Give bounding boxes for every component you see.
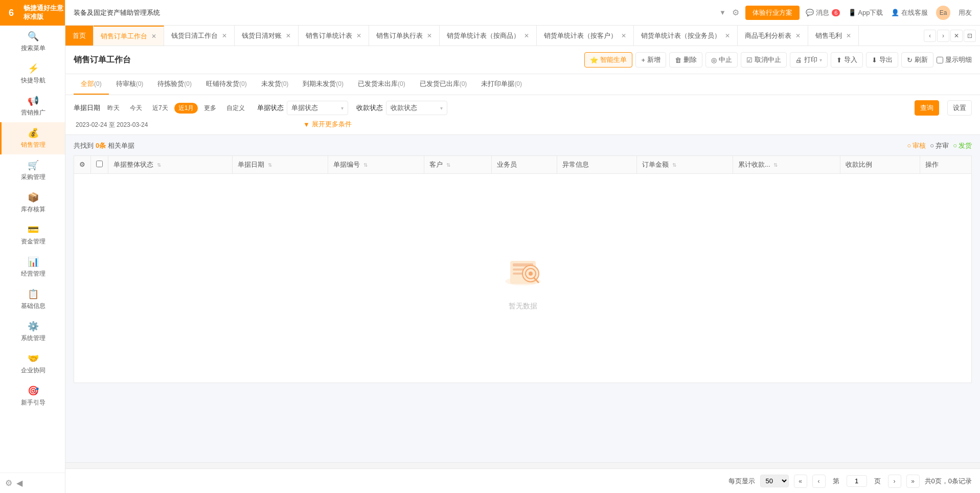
- filter-tab-pending_check[interactable]: 待拣验货(0): [150, 74, 199, 95]
- stop-btn[interactable]: ◎ 中止: [705, 52, 738, 68]
- date-opt-近1月[interactable]: 近1月: [174, 103, 198, 114]
- tab-close-all-btn[interactable]: ✕: [950, 30, 963, 42]
- count-zero: (0): [239, 80, 247, 87]
- tab-close-btn[interactable]: ✕: [795, 32, 801, 39]
- filter-tab-not_shipped[interactable]: 未发货(0): [254, 74, 296, 95]
- tab-label: 销货单统计表（按业务员）: [641, 31, 721, 40]
- filter-tab-wangpu_pending[interactable]: 旺铺待发货(0): [199, 74, 254, 95]
- per-page-select[interactable]: 10 20 50 100: [760, 475, 789, 487]
- first-page-btn[interactable]: «: [794, 475, 807, 488]
- tab-close-btn[interactable]: ✕: [286, 32, 291, 39]
- tab-8[interactable]: 销货单统计表（按业务员）✕: [634, 26, 738, 46]
- select-all-checkbox[interactable]: [96, 161, 103, 167]
- sidebar-item-search[interactable]: 🔍搜索菜单: [0, 26, 65, 58]
- dropdown-icon[interactable]: ▼: [719, 9, 726, 16]
- tab-close-btn[interactable]: ✕: [427, 32, 432, 39]
- sidebar-nav: 🔍搜索菜单⚡快捷导航📢营销推广💰销售管理🛒采购管理📦库存核算💳资金管理📊经营管理…: [0, 26, 65, 412]
- app-download-link[interactable]: 📱 App下载: [848, 8, 883, 17]
- filter-tab-label: 待审核: [116, 80, 136, 87]
- tab-5[interactable]: 销售订单执行表✕: [369, 26, 440, 46]
- audit-btn[interactable]: ○ 审核: [907, 141, 926, 150]
- sidebar-item-label: 搜索菜单: [21, 44, 45, 53]
- filter-tab-shipped_not_out[interactable]: 已发货未出库(0): [351, 74, 413, 95]
- date-opt-自定义[interactable]: 自定义: [222, 103, 249, 114]
- delete-btn[interactable]: 🗑 删除: [669, 52, 702, 68]
- search-icon: 🔍: [28, 31, 39, 42]
- status-select[interactable]: 单据状态 ▾: [287, 101, 348, 115]
- tab-close-btn[interactable]: ✕: [356, 32, 361, 39]
- tab-close-btn[interactable]: ✕: [524, 32, 529, 39]
- date-opt-今天[interactable]: 今天: [126, 103, 146, 114]
- date-opt-近7天[interactable]: 近7天: [148, 103, 172, 114]
- sidebar-item-finance[interactable]: 💳资金管理: [0, 219, 65, 251]
- add-btn[interactable]: + 新增: [635, 52, 666, 68]
- sidebar-item-sales[interactable]: 💰销售管理: [0, 122, 65, 154]
- tab-label: 销售订单工作台: [101, 32, 147, 41]
- next-page-btn[interactable]: ›: [888, 475, 901, 488]
- sidebar-item-enterprise[interactable]: 🤝企业协同: [0, 348, 65, 380]
- online-service-link[interactable]: 👤 在线客服: [891, 8, 928, 17]
- smart-btn[interactable]: ⭐ 智能生单: [584, 52, 632, 68]
- horizontal-scroll[interactable]: [65, 462, 980, 468]
- tab-9[interactable]: 商品毛利分析表✕: [738, 26, 808, 46]
- count-zero: (0): [398, 80, 405, 87]
- expand-btn[interactable]: ▼ 展开更多条件: [303, 120, 352, 129]
- solution-button[interactable]: 体验行业方案: [745, 6, 800, 20]
- tab-3[interactable]: 钱货日清对账✕: [235, 26, 299, 46]
- payment-select[interactable]: 收款状态 ▾: [386, 101, 447, 115]
- tab-close-btn[interactable]: ✕: [222, 32, 227, 39]
- tab-4[interactable]: 销售订单统计表✕: [299, 26, 369, 46]
- tab-close-btn[interactable]: ✕: [621, 32, 626, 39]
- cancel-stop-btn[interactable]: ☑ 取消中止: [741, 52, 787, 68]
- show-detail-checkbox[interactable]: [937, 57, 943, 63]
- export-btn[interactable]: ⬇ 导出: [866, 52, 898, 68]
- date-opt-昨天[interactable]: 昨天: [103, 103, 124, 114]
- show-detail-label[interactable]: 显示明细: [937, 55, 972, 64]
- tab-close-btn[interactable]: ✕: [846, 32, 851, 39]
- filter-tab-not_printed[interactable]: 未打印单据(0): [474, 74, 529, 95]
- filter-tab-all[interactable]: 全部(0): [74, 74, 109, 95]
- date-opt-更多[interactable]: 更多: [200, 103, 220, 114]
- import-btn[interactable]: ⬆ 导入: [831, 52, 863, 68]
- cancel-audit-btn[interactable]: ○ 弃审: [930, 141, 949, 150]
- tab-0[interactable]: 首页: [65, 26, 94, 46]
- tab-expand-btn[interactable]: ⊡: [964, 30, 976, 42]
- sidebar-item-system[interactable]: ⚙️系统管理: [0, 316, 65, 348]
- sidebar-item-quick-nav[interactable]: ⚡快捷导航: [0, 58, 65, 90]
- filter-tab-pending_review[interactable]: 待审核(0): [109, 74, 151, 95]
- tab-close-btn[interactable]: ✕: [151, 33, 156, 40]
- tab-next-btn[interactable]: ›: [937, 30, 949, 42]
- refresh-btn[interactable]: ↻ 刷新: [901, 52, 933, 68]
- sidebar-item-inventory[interactable]: 📦库存核算: [0, 187, 65, 219]
- ship-btn[interactable]: ○ 发货: [953, 141, 972, 150]
- tab-2[interactable]: 钱货日清工作台✕: [164, 26, 235, 46]
- tab-6[interactable]: 销货单统计表（按商品）✕: [440, 26, 537, 46]
- query-btn[interactable]: 查询: [915, 100, 939, 116]
- tab-label: 首页: [73, 31, 86, 40]
- sidebar-item-basic-info[interactable]: 📋基础信息: [0, 283, 65, 316]
- logo-line2: 标准版: [24, 13, 63, 21]
- settings-btn[interactable]: 设置: [947, 100, 972, 116]
- tab-close-btn[interactable]: ✕: [725, 32, 730, 39]
- tab-10[interactable]: 销售毛利✕: [808, 26, 859, 46]
- prev-page-btn[interactable]: ‹: [812, 475, 826, 488]
- sidebar-item-purchase[interactable]: 🛒采购管理: [0, 154, 65, 187]
- payment-label: 收款状态: [356, 103, 383, 113]
- sidebar-item-operations[interactable]: 📊经营管理: [0, 251, 65, 283]
- last-page-btn[interactable]: »: [906, 475, 920, 488]
- tab-1[interactable]: 销售订单工作台✕: [94, 26, 164, 46]
- tab-prev-btn[interactable]: ‹: [924, 30, 936, 42]
- print-btn[interactable]: 🖨 打印 ▾: [790, 52, 828, 68]
- sidebar-item-guide[interactable]: 🎯新手引导: [0, 380, 65, 412]
- filter-tab-shipped_out[interactable]: 已发货已出库(0): [413, 74, 474, 95]
- settings-icon[interactable]: ⚙: [5, 478, 12, 488]
- sidebar-bottom: ⚙ ◀: [0, 473, 65, 493]
- messages-link[interactable]: 💬 消息 6: [806, 8, 840, 17]
- tab-7[interactable]: 销货单统计表（按客户）✕: [537, 26, 634, 46]
- sidebar-item-marketing[interactable]: 📢营销推广: [0, 90, 65, 122]
- page-input[interactable]: [847, 475, 867, 487]
- filter-row-2: 2023-02-24 至 2023-03-24 ▼ 展开更多条件: [74, 120, 972, 129]
- collapse-icon[interactable]: ◀: [16, 478, 22, 488]
- settings-icon[interactable]: ⚙: [732, 8, 739, 17]
- filter-tab-expired_not_shipped[interactable]: 到期未发货(0): [295, 74, 351, 95]
